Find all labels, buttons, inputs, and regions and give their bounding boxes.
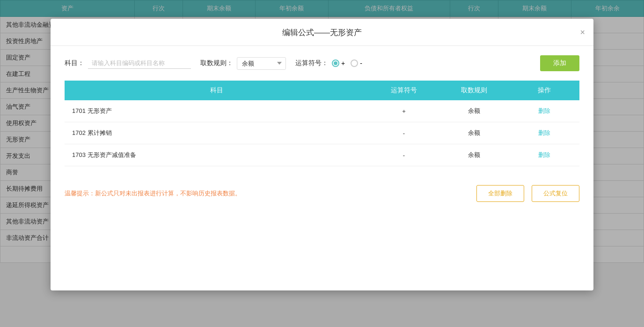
formula-action: 删除 — [509, 100, 579, 122]
radio-minus-indicator — [351, 59, 358, 67]
delete-link[interactable]: 删除 — [538, 107, 550, 114]
table-row: 1703 无形资产减值准备-余额删除 — [65, 144, 579, 166]
operator-minus-label: - — [360, 59, 362, 67]
table-row: 1701 无形资产+余额删除 — [65, 100, 579, 122]
operator-label: 运算符号： — [295, 59, 328, 67]
formula-form: 科目： 取数规则： 余额 借方发生额 贷方发生额 借方累计 贷方累计 — [51, 46, 593, 81]
operator-plus-label: + — [341, 59, 345, 67]
rule-label: 取数规则： — [200, 59, 233, 67]
formula-subject: 1703 无形资产减值准备 — [65, 144, 369, 166]
subject-group: 科目： — [65, 58, 191, 69]
modal-header: 编辑公式——无形资产 × — [51, 19, 593, 46]
modal-overlay: 编辑公式——无形资产 × 科目： 取数规则： 余额 借方发生额 贷方发生额 — [0, 0, 644, 327]
close-button[interactable]: × — [580, 28, 585, 37]
formula-subject: 1701 无形资产 — [65, 100, 369, 122]
subject-label: 科目： — [65, 59, 84, 67]
tip-text: 温馨提示：新公式只对未出报表进行计算，不影响历史报表数据。 — [65, 189, 241, 198]
footer-buttons: 全部删除 公式复位 — [476, 185, 579, 202]
formula-rule: 余额 — [439, 144, 509, 166]
background-container: 资产 行次 期末余额 年初余额 负债和所有者权益 行次 期末余额 年初余余 其他… — [0, 0, 644, 327]
operator-minus-radio[interactable]: - — [351, 59, 362, 67]
add-button[interactable]: 添加 — [540, 55, 579, 71]
operator-plus-radio[interactable]: + — [332, 59, 345, 67]
formula-subject: 1702 累计摊销 — [65, 122, 369, 144]
reset-formula-button[interactable]: 公式复位 — [532, 185, 579, 202]
formula-rule: 余额 — [439, 100, 509, 122]
radio-plus-indicator — [332, 59, 339, 67]
formula-operator: + — [369, 100, 439, 122]
formula-action: 删除 — [509, 144, 579, 166]
formula-table: 科目 运算符号 取数规则 操作 1701 无形资产+余额删除1702 累计摊销-… — [65, 81, 579, 166]
modal-title: 编辑公式——无形资产 — [282, 28, 362, 37]
delete-link[interactable]: 删除 — [538, 129, 550, 136]
formula-action: 删除 — [509, 122, 579, 144]
operator-group: 运算符号： + - — [295, 59, 362, 67]
rule-select-wrap: 余额 借方发生额 贷方发生额 借方累计 贷方累计 — [237, 57, 286, 70]
modal-dialog: 编辑公式——无形资产 × 科目： 取数规则： 余额 借方发生额 贷方发生额 — [51, 19, 593, 290]
table-row: 1702 累计摊销-余额删除 — [65, 122, 579, 144]
delete-link[interactable]: 删除 — [538, 151, 550, 158]
formula-operator: - — [369, 122, 439, 144]
rule-group: 取数规则： 余额 借方发生额 贷方发生额 借方累计 贷方累计 — [200, 57, 286, 70]
modal-footer: 温馨提示：新公式只对未出报表进行计算，不影响历史报表数据。 全部删除 公式复位 — [51, 176, 593, 211]
th-rule: 取数规则 — [439, 81, 509, 100]
th-subject: 科目 — [65, 81, 369, 100]
rule-select[interactable]: 余额 借方发生额 贷方发生额 借方累计 贷方累计 — [237, 57, 286, 70]
th-operator: 运算符号 — [369, 81, 439, 100]
formula-table-container: 科目 运算符号 取数规则 操作 1701 无形资产+余额删除1702 累计摊销-… — [51, 81, 593, 166]
th-action: 操作 — [509, 81, 579, 100]
delete-all-button[interactable]: 全部删除 — [476, 185, 524, 202]
subject-input[interactable] — [88, 58, 191, 69]
formula-rule: 余额 — [439, 122, 509, 144]
formula-operator: - — [369, 144, 439, 166]
operator-radio-group: + - — [332, 59, 362, 67]
